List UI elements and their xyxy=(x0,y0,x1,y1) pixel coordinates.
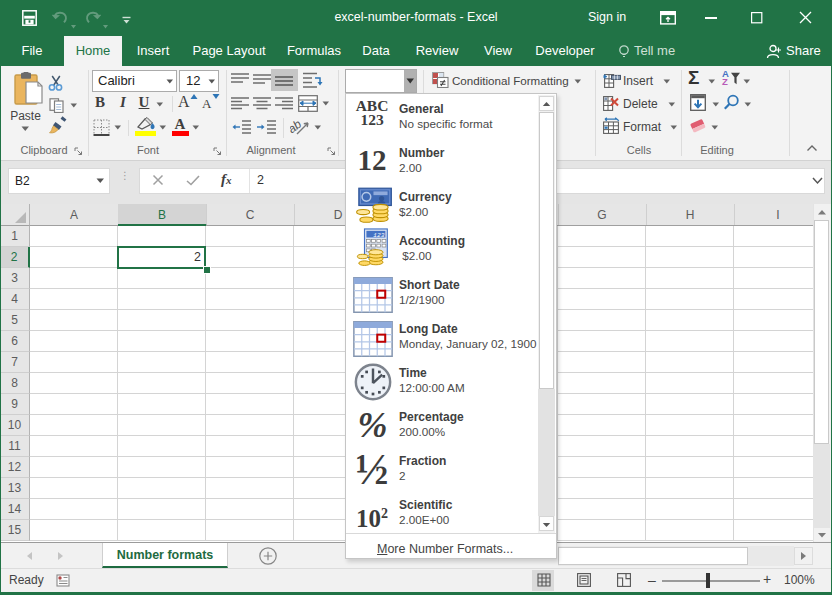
svg-text:123: 123 xyxy=(373,232,384,239)
